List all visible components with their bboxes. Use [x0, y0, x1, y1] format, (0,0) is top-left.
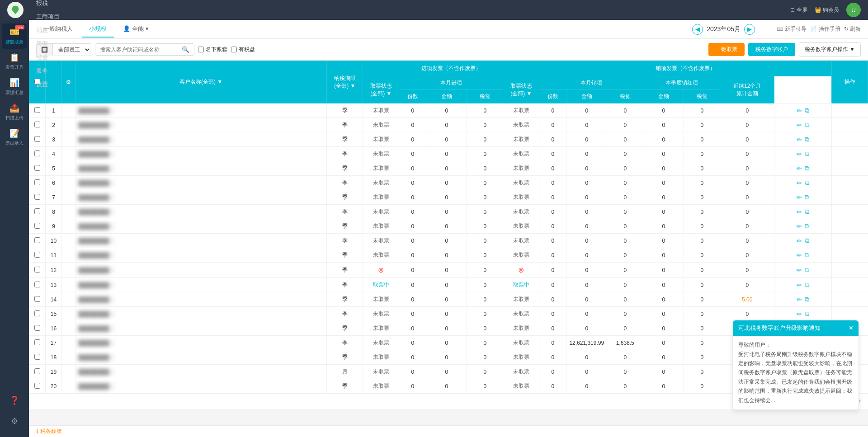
row-tax-period: 季 [327, 248, 363, 263]
search-button[interactable]: 🔍 [177, 44, 194, 55]
operation-manual-btn[interactable]: 📄 操作手册 [810, 25, 840, 33]
edit-icon[interactable]: ✏ [797, 107, 802, 114]
new-guide-btn[interactable]: 📖 新手引导 [777, 25, 807, 33]
row-checkbox[interactable] [29, 103, 46, 118]
row-checkbox[interactable] [29, 161, 46, 176]
tab-all-capable[interactable]: 👤 全能 ▾ [116, 21, 156, 38]
row-checkbox[interactable] [29, 292, 46, 307]
nav-item-设置[interactable]: 设置 [31, 78, 65, 91]
nav-item-管理[interactable]: 管理 [31, 37, 65, 51]
nav-item-消息[interactable]: 消息 [31, 23, 65, 37]
row-client-name: ████████ [75, 278, 327, 292]
copy-icon[interactable]: ⧉ [805, 281, 809, 289]
th-outgoing-status[interactable]: 取票状态(全部) ▼ [503, 76, 539, 103]
copy-icon[interactable]: ⧉ [805, 107, 809, 114]
membership-btn[interactable]: 👑 购会员 [815, 6, 839, 14]
tax-digital-account-btn[interactable]: 税务数字账户 [748, 43, 795, 56]
date-next-btn[interactable]: ▶ [744, 24, 755, 35]
row-checkbox[interactable] [29, 379, 46, 394]
tab-small-scale[interactable]: 小规模 [82, 21, 114, 38]
fullscreen-btn[interactable]: ⊡ 全屏 [790, 6, 807, 14]
sidebar-item-3[interactable]: 📤扫描上传 [2, 99, 27, 125]
row-checkbox[interactable] [29, 205, 46, 219]
user-avatar[interactable]: U [846, 3, 861, 17]
th-tax-period[interactable]: 纳税期限(全部) ▼ [327, 61, 363, 103]
edit-icon[interactable]: ✏ [797, 223, 802, 230]
copy-icon[interactable]: ⧉ [805, 121, 809, 129]
sidebar-item-0[interactable]: 🎫智能取票new [2, 23, 27, 49]
copy-icon[interactable]: ⧉ [805, 150, 809, 158]
nav-item-经营[interactable]: 经营 [31, 51, 65, 64]
row-checkbox[interactable] [29, 248, 46, 263]
row-checkbox[interactable] [29, 321, 46, 336]
row-in-status: 未取票 [363, 307, 399, 321]
my-accounts-checkbox[interactable]: 名下账套 [198, 46, 227, 53]
bottom-bar[interactable]: ℹ 税务政策 [29, 425, 868, 437]
edit-icon[interactable]: ✏ [797, 194, 802, 201]
copy-icon[interactable]: ⧉ [805, 164, 809, 172]
row-checkbox[interactable] [29, 365, 46, 379]
row-in-status: 未取票 [363, 103, 399, 118]
sidebar-icon-1: 📋 [9, 52, 19, 62]
row-checkbox[interactable] [29, 118, 46, 132]
sidebar-item-4[interactable]: 📝票据录入 [2, 125, 27, 150]
row-checkbox[interactable] [29, 278, 46, 292]
row-out-count: 0 [539, 307, 566, 321]
client-search[interactable]: 🔍 [95, 43, 194, 56]
th-client-name[interactable]: 客户名称(全部) ▼ [75, 61, 327, 103]
row-checkbox[interactable] [29, 147, 46, 161]
copy-icon[interactable]: ⧉ [805, 222, 809, 230]
row-checkbox[interactable] [29, 350, 46, 365]
sidebar-item-settings-bottom[interactable]: ⚙ [2, 413, 27, 430]
edit-icon[interactable]: ✏ [797, 179, 802, 187]
edit-icon[interactable]: ✏ [797, 122, 802, 129]
copy-icon[interactable]: ⧉ [805, 193, 809, 201]
edit-icon[interactable]: ✏ [797, 237, 802, 244]
copy-icon[interactable]: ⧉ [805, 251, 809, 259]
copy-icon[interactable]: ⧉ [805, 296, 809, 303]
copy-icon[interactable]: ⧉ [805, 136, 809, 143]
search-input[interactable] [95, 44, 177, 55]
refresh-btn[interactable]: ↻ 刷新 [844, 25, 861, 33]
nav-item-工商项目[interactable]: 工商项目 [31, 10, 65, 23]
row-out-status: 未取票 [503, 307, 539, 321]
one-click-invoice-btn[interactable]: 一键取票 [708, 43, 745, 56]
has-tax-disk-checkbox[interactable]: 有税盘 [231, 46, 255, 53]
row-checkbox[interactable] [29, 336, 46, 350]
nav-item-报税[interactable]: 报税 [31, 0, 65, 10]
tax-digital-account-ops-btn[interactable]: 税务数字账户操作 ▼ [799, 42, 861, 56]
row-checkbox[interactable] [29, 219, 46, 234]
nav-item-服务[interactable]: 服务 [31, 64, 65, 78]
copy-icon[interactable]: ⧉ [805, 208, 809, 216]
edit-icon[interactable]: ✏ [797, 136, 802, 143]
edit-icon[interactable]: ✏ [797, 310, 802, 318]
copy-icon[interactable]: ⧉ [805, 310, 809, 318]
row-checkbox[interactable] [29, 307, 46, 321]
row-checkbox[interactable] [29, 263, 46, 278]
copy-icon[interactable]: ⧉ [805, 237, 809, 244]
edit-icon[interactable]: ✏ [797, 267, 802, 274]
row-checkbox[interactable] [29, 190, 46, 205]
date-prev-btn[interactable]: ◀ [692, 24, 703, 35]
row-out-status: 未取票 [503, 219, 539, 234]
status-tag-out: 未取票 [513, 136, 529, 142]
row-checkbox[interactable] [29, 234, 46, 248]
notification-close-btn[interactable]: × [849, 324, 853, 332]
row-checkbox[interactable] [29, 132, 46, 147]
edit-icon[interactable]: ✏ [797, 296, 802, 303]
table-row: 6 ████████ 季 未取票 0 0 0 未取票 0 0 0 0 0 0 ✏… [29, 176, 868, 190]
edit-icon[interactable]: ✏ [797, 282, 802, 289]
copy-icon[interactable]: ⧉ [805, 179, 809, 187]
sidebar-item-2[interactable]: 📊票据汇总 [2, 74, 27, 99]
row-red-tax: 0 [684, 278, 720, 292]
sidebar-item-1[interactable]: 📋发票开具 [2, 49, 27, 74]
tax-policy-link[interactable]: 税务政策 [40, 428, 62, 435]
edit-icon[interactable]: ✏ [797, 150, 802, 158]
th-incoming-status[interactable]: 取票状态(全部) ▼ [363, 76, 399, 103]
copy-icon[interactable]: ⧉ [805, 266, 809, 274]
edit-icon[interactable]: ✏ [797, 208, 802, 216]
edit-icon[interactable]: ✏ [797, 252, 802, 259]
edit-icon[interactable]: ✏ [797, 165, 802, 172]
sidebar-item-help[interactable]: ❓ [2, 392, 27, 409]
row-checkbox[interactable] [29, 176, 46, 190]
